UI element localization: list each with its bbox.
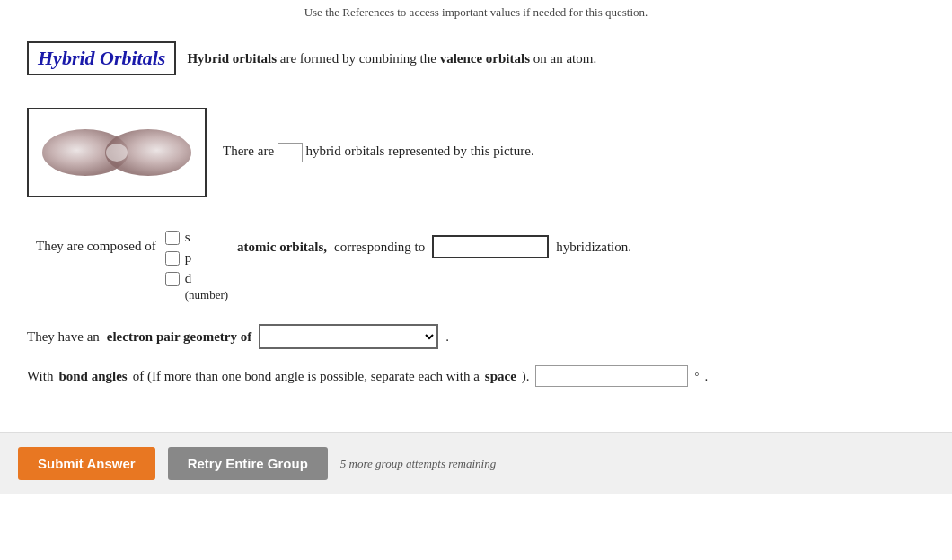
hybrid-orbitals-count-input[interactable] <box>278 143 303 162</box>
orbital-row: There are hybrid orbitals represented by… <box>27 108 925 197</box>
title-description: Hybrid orbitals are formed by combining … <box>187 51 596 66</box>
checkbox-d[interactable] <box>165 272 180 286</box>
bond-angles-bold: bond angles <box>58 369 127 384</box>
top-note: Use the References to access important v… <box>0 0 952 29</box>
checkbox-s[interactable] <box>165 231 180 245</box>
bond-angles-row: With bond angles of (If more than one bo… <box>27 365 925 387</box>
title-valence-orbitals: valence orbitals <box>440 51 530 66</box>
attempts-text: 5 more group attempts remaining <box>340 457 496 471</box>
checkbox-s-row: s <box>165 230 228 245</box>
checkbox-d-row: d <box>165 271 228 286</box>
submit-button[interactable]: Submit Answer <box>18 447 155 480</box>
bond-angles-space-bold: space <box>485 369 516 384</box>
title-hybrid-orbitals: Hybrid orbitals <box>187 51 277 66</box>
degree-symbol: ° <box>695 370 700 383</box>
orbital-text: There are hybrid orbitals represented by… <box>223 143 534 162</box>
checkboxes-col: s p d <box>165 226 228 286</box>
main-content: There are hybrid orbitals represented by… <box>0 84 952 423</box>
geometry-row: They have an electron pair geometry of l… <box>27 324 925 349</box>
title-label: Hybrid Orbitals <box>38 47 165 69</box>
composition-section: They are composed of s p d (number) a <box>36 223 925 302</box>
geometry-bold-label: electron pair geometry of <box>107 329 251 345</box>
svg-point-2 <box>106 144 128 162</box>
bond-angles-input[interactable] <box>535 365 688 387</box>
title-box: Hybrid Orbitals <box>27 41 176 75</box>
atomic-orbitals-text: atomic orbitals, corresponding to hybrid… <box>237 223 631 258</box>
composition-label: They are composed of <box>36 223 156 254</box>
checkbox-p-row: p <box>165 250 228 266</box>
orbital-image-box <box>27 108 207 197</box>
number-label: (number) <box>185 288 228 302</box>
orbital-svg <box>36 117 198 188</box>
buttons-row: Submit Answer Retry Entire Group 5 more … <box>0 432 952 494</box>
checkboxes-container: s p d (number) <box>165 226 228 302</box>
hybridization-input[interactable] <box>432 235 549 258</box>
geometry-select[interactable]: linear trigonal planar tetrahedral trigo… <box>259 324 438 349</box>
title-section: Hybrid Orbitals Hybrid orbitals are form… <box>0 29 952 84</box>
checkbox-p[interactable] <box>165 251 180 266</box>
retry-button[interactable]: Retry Entire Group <box>168 447 328 480</box>
